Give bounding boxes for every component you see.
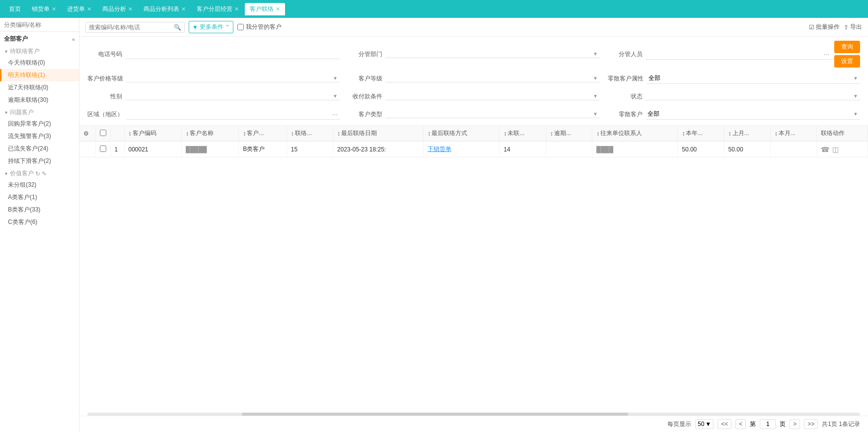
col-no-contact-sort-icon[interactable]: ↕: [504, 130, 506, 137]
nav-customer-contact-close[interactable]: ✕: [276, 6, 280, 12]
sidebar-collapse-icon[interactable]: «: [72, 36, 75, 42]
retail-customer-arrow: ▼: [853, 111, 858, 117]
payment-select[interactable]: ▼: [385, 92, 600, 100]
cell-action: ☎ ◫: [817, 142, 868, 157]
my-customers-filter[interactable]: 我分管的客户: [237, 23, 282, 31]
manager-dots-icon[interactable]: ···: [823, 50, 829, 58]
sidebar-item-overdue[interactable]: 逾期未联络(30): [0, 94, 79, 106]
adv-filter-payment: 收付款条件 ▼: [348, 89, 600, 103]
more-conditions-btn[interactable]: ▼ 更多条件 ⌃: [189, 21, 233, 33]
nav-goods-analysis-close[interactable]: ✕: [128, 6, 133, 12]
adv-filter-retail-customer: 零散客户 全部 ▼: [608, 107, 860, 121]
sidebar-item-unclassified[interactable]: 未分组(32): [0, 179, 79, 191]
col-last-date-sort-icon[interactable]: ↕: [337, 130, 340, 137]
manager-select[interactable]: ···: [646, 49, 831, 60]
scroll-thumb[interactable]: [242, 413, 628, 416]
nav-purchase-close[interactable]: ✕: [87, 6, 91, 12]
all-customers-label: 全部客户: [4, 35, 28, 43]
sidebar-item-churn-risk[interactable]: 流失预警客户(3): [0, 130, 79, 143]
sidebar: 🔍 全部客户 « 待联络客户 今天待联络(0) 明天待联络(1) 近7天待联络(…: [0, 18, 79, 432]
last-method-link[interactable]: 下销货单: [428, 145, 451, 152]
nav-purchase[interactable]: 进货单 ✕: [62, 3, 96, 15]
col-unit-contact-sort-icon[interactable]: ↕: [596, 130, 599, 137]
main-search-input[interactable]: [89, 24, 172, 31]
price-level-select[interactable]: ▼: [126, 74, 340, 82]
col-contact: ↕ 联络...: [287, 126, 333, 142]
nav-goods-analysis-table[interactable]: 商品分析列表 ✕: [139, 3, 191, 15]
per-page-select[interactable]: 50 ▼: [695, 419, 714, 429]
phone-input[interactable]: [125, 50, 340, 59]
customer-type-select[interactable]: ▼: [385, 110, 600, 118]
col-overdue-sort-icon[interactable]: ↕: [550, 130, 553, 137]
col-customer-code-sort-icon[interactable]: ↕: [129, 130, 132, 137]
adv-filter-retail-attr: 零散客户属性 全部 ▼: [608, 72, 860, 85]
main-search-icon[interactable]: 🔍: [174, 24, 181, 31]
nav-goods-analysis-table-close[interactable]: ✕: [181, 6, 186, 12]
cell-checkbox: [95, 142, 110, 157]
sidebar-search-input[interactable]: [4, 21, 78, 28]
nav-sales[interactable]: 销货单 ✕: [27, 3, 61, 15]
set-btn[interactable]: 设置: [834, 55, 860, 68]
customer-level-select[interactable]: ▼: [385, 74, 600, 82]
row-checkbox[interactable]: [100, 145, 106, 152]
gender-arrow: ▼: [333, 93, 338, 99]
nav-customer-segment-close[interactable]: ✕: [234, 6, 239, 12]
sidebar-item-class-a[interactable]: A类客户(1): [0, 191, 79, 204]
select-all-checkbox[interactable]: [100, 130, 106, 136]
my-customers-checkbox[interactable]: [237, 24, 244, 30]
first-page-btn[interactable]: <<: [718, 419, 731, 429]
next-page-btn[interactable]: >: [790, 419, 800, 429]
sidebar-item-class-b[interactable]: B类客户(33): [0, 204, 79, 216]
col-last-method-sort-icon[interactable]: ↕: [428, 130, 431, 137]
settings-gear-icon[interactable]: ⚙: [83, 130, 89, 137]
retail-customer-label: 零散客户: [608, 110, 643, 119]
sidebar-item-class-c[interactable]: C类客户(6): [0, 216, 79, 228]
horizontal-scrollbar[interactable]: [79, 413, 868, 416]
retail-attr-select[interactable]: 全部 ▼: [647, 73, 860, 84]
col-contact-sort-icon[interactable]: ↕: [291, 130, 294, 137]
top-nav: 首页 销货单 ✕ 进货单 ✕ 商品分析 ✕ 商品分析列表 ✕ 客户分层经营 ✕ …: [0, 0, 868, 18]
col-customer-code: ↕ 客户编码: [124, 126, 181, 142]
adv-filter-region: 区域（地区） ···: [87, 107, 340, 121]
sidebar-item-today[interactable]: 今天待联络(0): [0, 57, 79, 69]
sidebar-item-week7[interactable]: 近7天待联络(0): [0, 81, 79, 94]
sidebar-item-tomorrow[interactable]: 明天待联络(1): [0, 69, 79, 81]
cell-no-contact: 14: [500, 142, 546, 157]
nav-customer-contact[interactable]: 客户联络 ✕: [245, 3, 285, 15]
col-customer-name-sort-icon[interactable]: ↕: [186, 130, 189, 137]
retail-customer-select[interactable]: 全部 ▼: [646, 109, 860, 120]
sidebar-search-wrap: 🔍: [0, 18, 79, 32]
nav-customer-segment[interactable]: 客户分层经营 ✕: [192, 3, 244, 15]
per-page-arrow: ▼: [705, 421, 711, 428]
dept-select[interactable]: ▼: [385, 50, 600, 58]
col-current-year-sort-icon[interactable]: ↕: [682, 130, 685, 137]
page-number-input[interactable]: [760, 419, 776, 429]
col-customer-type-sort-icon[interactable]: ↕: [243, 130, 246, 137]
prev-page-btn[interactable]: <: [735, 419, 746, 429]
query-btn[interactable]: 查询: [834, 41, 860, 53]
nav-sales-close[interactable]: ✕: [52, 6, 56, 12]
status-select[interactable]: ▼: [646, 92, 860, 100]
batch-ops-btn[interactable]: ☑ 批量操作: [809, 23, 840, 31]
grid-action-icon[interactable]: ◫: [832, 145, 839, 153]
sidebar-item-declining[interactable]: 持续下滑客户(2): [0, 155, 79, 167]
gender-select[interactable]: ▼: [125, 92, 340, 100]
customer-level-arrow: ▼: [593, 75, 598, 81]
region-select[interactable]: ···: [126, 109, 340, 120]
adv-filter-phone: 电话号码: [87, 41, 340, 68]
nav-home[interactable]: 首页: [4, 3, 26, 15]
nav-goods-analysis[interactable]: 商品分析 ✕: [97, 3, 138, 15]
adv-filter-customer-type: 客户类型 ▼: [348, 107, 600, 121]
col-last-month-sort-icon[interactable]: ↕: [728, 130, 731, 137]
export-btn[interactable]: ⇧ 导出: [844, 23, 862, 31]
last-page-btn[interactable]: >>: [804, 419, 818, 429]
value-group-refresh-icon[interactable]: ↻: [35, 170, 40, 177]
data-table-area: ⚙ ↕ 客户编码: [79, 126, 868, 413]
value-group-edit-icon[interactable]: ✎: [42, 170, 47, 177]
sidebar-item-churned[interactable]: 已流失客户(24): [0, 143, 79, 155]
col-this-month-sort-icon[interactable]: ↕: [775, 130, 778, 137]
phone-action-icon[interactable]: ☎: [821, 145, 829, 153]
cell-last-month: 50.00: [724, 142, 770, 157]
sidebar-item-repurchase-abnormal[interactable]: 回购异常客户(2): [0, 118, 79, 130]
region-dots-icon[interactable]: ···: [332, 110, 338, 118]
